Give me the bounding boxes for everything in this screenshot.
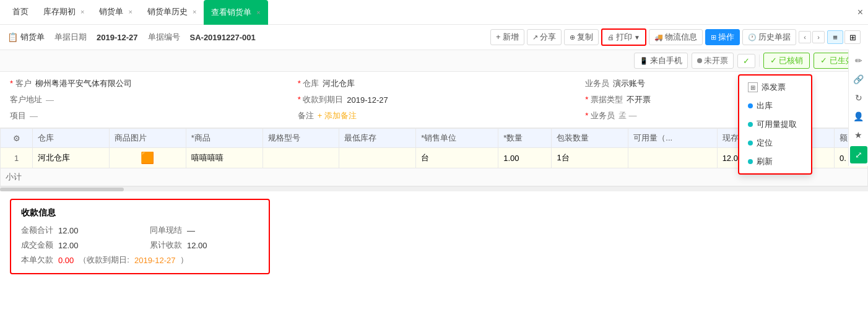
staff2-value: 孟 — (618, 110, 637, 121)
staff-field: 业务员 演示账号 (585, 78, 858, 89)
add-invoice-icon: ⊞ (748, 82, 758, 92)
not-open-button[interactable]: 未开票 (692, 53, 734, 69)
staff2-field: 业务员 孟 — (585, 110, 858, 121)
tab-bar: 首页 库存期初 × 销货单 × 销货单历史 × 查看销货单 × × (0, 0, 868, 25)
divider (759, 54, 760, 67)
doc-type-icon: 📋 (7, 32, 18, 42)
payment-grid: 金额合计 12.00 同单现结 — 成交金额 12.00 累计收款 12.00 … (21, 225, 259, 266)
doc-title: 📋 销货单 (7, 32, 45, 43)
settlement-value: — (187, 226, 195, 235)
customer-field: 客户 柳州粤港平安气体有限公司 (10, 78, 283, 89)
link-icon[interactable]: 🔗 (850, 71, 867, 88)
operations-button[interactable]: ⊞ 操作 (705, 29, 740, 45)
view-toggle: ≡ ⊞ (827, 30, 861, 44)
cell-spec (263, 148, 339, 168)
th-warehouse: 仓库 (33, 129, 110, 148)
cell-pack-qty: 1台 (552, 148, 628, 168)
amount-value: 12.00 (58, 226, 79, 235)
transaction-label: 成交金额 (21, 240, 53, 251)
th-product-img: 商品图片 (109, 129, 186, 148)
doc-type-label: 销货单 (20, 32, 45, 43)
staff-label: 业务员 (585, 78, 609, 89)
history-button[interactable]: 🕐 历史单据 (742, 29, 796, 45)
address-field: 客户地址 — (10, 94, 283, 105)
tab-sales-history[interactable]: 销货单历史 × (140, 0, 204, 25)
doc-date-label: 单据日期 (54, 32, 87, 43)
due-close: ） (180, 254, 188, 266)
note-label: 备注 (298, 110, 314, 121)
warehouse-label: 仓库 (298, 78, 319, 89)
new-button[interactable]: + 新增 (490, 29, 524, 45)
tab-home[interactable]: 首页 (5, 0, 36, 25)
note-field: 备注 + 添加备注 (298, 110, 571, 121)
doc-no-value: SA-20191227-001 (190, 33, 256, 42)
cumulative-row: 累计收款 12.00 (150, 240, 259, 251)
confirm-button[interactable]: ✓ (737, 54, 755, 68)
tab-close-inventory-init[interactable]: × (80, 8, 84, 15)
warehouse-value: 河北仓库 (323, 78, 355, 89)
th-min-stock: 最低库存 (339, 129, 416, 148)
due-date: 2019-12-27 (134, 256, 176, 265)
address-value: — (46, 95, 54, 105)
add-invoice-item[interactable]: ⊞ 添发票 (739, 78, 811, 97)
payment-info-title: 收款信息 (21, 207, 259, 219)
th-spec: 规格型号 (263, 129, 339, 148)
due-label: 本单欠款 (21, 254, 53, 266)
refresh-item[interactable]: 刷新 (739, 152, 811, 171)
nav-arrows: ‹ › (799, 31, 825, 43)
view-list-button[interactable]: ≡ (827, 30, 843, 44)
cell-product-img: 🟧 (109, 148, 186, 168)
customer-value: 柳州粤港平安气体有限公司 (35, 78, 132, 89)
tab-inventory-init[interactable]: 库存期初 × (36, 0, 92, 25)
ticket-type-value: 不开票 (627, 94, 651, 105)
payment-info-box: 收款信息 金额合计 12.00 同单现结 — 成交金额 12.00 累计收款 1… (10, 199, 270, 274)
expand-icon[interactable]: ⤢ (850, 146, 867, 163)
star-icon[interactable]: ★ (850, 126, 867, 144)
transaction-row: 成交金额 12.00 (21, 240, 130, 251)
sub-toolbar: 📱 来自手机 未开票 ✓ ✓ 已核销 ✓ 已生效 (0, 50, 868, 72)
doc-toolbar: + 新增 ↗ 分享 ⊕ 复制 🖨 打印 ▼ 🚚 物流信息 ⊞ 操作 (490, 28, 861, 46)
th-sales-unit: *销售单位 (416, 129, 498, 148)
tab-close-sales-history[interactable]: × (193, 8, 196, 15)
revoked-status[interactable]: ✓ 已核销 (763, 53, 810, 69)
user-icon[interactable]: 👤 (850, 108, 867, 125)
available-pickup-icon (748, 122, 753, 127)
share-button[interactable]: ↗ 分享 (527, 29, 562, 45)
outbound-item[interactable]: 出库 (739, 97, 811, 115)
tab-close-sales-order[interactable]: × (128, 8, 132, 15)
tab-close-check-sales[interactable]: × (256, 9, 260, 16)
cell-product: 嘻嘻嘻嘻 (186, 148, 263, 168)
logistics-button[interactable]: 🚚 物流信息 (649, 29, 703, 45)
bottom-section: 收款信息 金额合计 12.00 同单现结 — 成交金额 12.00 累计收款 1… (0, 191, 868, 282)
edit-icon[interactable]: ✏ (850, 52, 867, 69)
refresh-icon[interactable]: ↻ (850, 89, 867, 106)
scroll-thumb[interactable] (0, 188, 124, 191)
horizontal-scrollbar[interactable] (0, 186, 868, 191)
th-product: *商品 (186, 129, 263, 148)
transaction-value: 12.00 (58, 241, 79, 250)
tab-sales-order[interactable]: 销货单 × (92, 0, 139, 25)
payment-date-label: 收款到期日 (298, 94, 344, 105)
prev-button[interactable]: ‹ (799, 31, 811, 43)
window-close-button[interactable]: × (857, 7, 863, 18)
view-grid-button[interactable]: ⊞ (844, 30, 861, 44)
th-pack-qty: 包装数量 (552, 129, 628, 148)
available-pickup-item[interactable]: 可用量提取 (739, 115, 811, 134)
right-sidebar: ✏ 🔗 ↻ 👤 ★ ⤢ (848, 50, 868, 166)
add-note-button[interactable]: + 添加备注 (318, 110, 357, 121)
amount-row: 金额合计 12.00 (21, 225, 130, 236)
operations-dropdown: ⊞ 添发票 出库 可用量提取 定位 刷新 (738, 74, 812, 175)
copy-button[interactable]: ⊕ 复制 (564, 29, 599, 45)
settlement-row: 同单现结 — (150, 225, 259, 236)
tab-check-sales[interactable]: 查看销货单 × (204, 0, 267, 25)
th-available: 可用量（... (628, 129, 717, 148)
th-settings[interactable]: ⚙ (1, 129, 33, 148)
ticket-type-field: 票据类型 不开票 (585, 94, 858, 105)
locate-item[interactable]: 定位 (739, 134, 811, 152)
next-button[interactable]: › (812, 31, 825, 43)
ticket-type-label: 票据类型 (585, 94, 623, 105)
from-phone-button[interactable]: 📱 来自手机 (634, 53, 688, 69)
cell-sales-unit: 台 (416, 148, 498, 168)
customer-label: 客户 (10, 78, 32, 89)
print-button[interactable]: 🖨 打印 ▼ (601, 28, 646, 46)
